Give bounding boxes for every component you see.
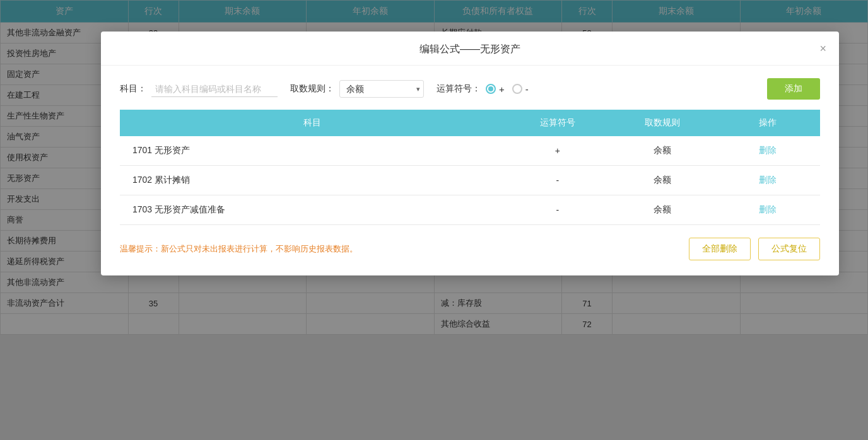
table-header-rule: 取数规则 [610,110,715,136]
form-row: 科目： 取数规则： 余额 借方发生额 贷方发生额 借方累计发生额 贷方累计发生额… [101,66,839,110]
modal-header: 编辑公式——无形资产 × [101,32,839,66]
table-header-action: 操作 [715,110,821,136]
operator-radio-group: + - [486,84,529,95]
add-button[interactable]: 添加 [767,78,820,100]
rule-label: 取数规则： [290,83,334,95]
formula-operator-cell: + [505,136,611,166]
hint-text: 温馨提示：新公式只对未出报表进行计算，不影响历史报表数据。 [120,243,358,255]
formula-table: 科目 运算符号 取数规则 操作 1701 无形资产+余额删除1702 累计摊销-… [120,110,820,225]
formula-rule-cell: 余额 [610,195,715,225]
operator-plus-radio[interactable]: + [486,84,505,95]
formula-row: 1702 累计摊销-余额删除 [120,166,820,195]
rule-select[interactable]: 余额 借方发生额 贷方发生额 借方累计发生额 贷方累计发生额 [339,80,424,98]
modal-dialog: 编辑公式——无形资产 × 科目： 取数规则： 余额 借方发生额 贷方发生额 借方… [101,32,839,275]
formula-action-cell: 删除 [715,136,821,166]
formula-rule-cell: 余额 [610,166,715,195]
table-header-operator: 运算符号 [505,110,611,136]
footer-buttons: 全部删除 公式复位 [689,238,820,260]
subject-field: 科目： [120,81,278,97]
formula-subject-cell: 1703 无形资产减值准备 [120,195,505,225]
close-button[interactable]: × [819,43,826,54]
delete-link[interactable]: 删除 [759,145,777,155]
formula-operator-cell: - [505,166,611,195]
operator-field: 运算符号： + - [437,83,529,95]
operator-minus-radio[interactable]: - [512,84,529,95]
delete-link[interactable]: 删除 [759,175,777,185]
operator-label: 运算符号： [437,83,481,95]
reset-button[interactable]: 公式复位 [758,238,820,260]
formula-row: 1703 无形资产减值准备-余额删除 [120,195,820,225]
operator-plus-label: + [499,84,505,95]
table-header-subject: 科目 [120,110,505,136]
formula-subject-cell: 1702 累计摊销 [120,166,505,195]
formula-subject-cell: 1701 无形资产 [120,136,505,166]
formula-row: 1701 无形资产+余额删除 [120,136,820,166]
subject-input[interactable] [151,81,278,97]
formula-operator-cell: - [505,195,611,225]
modal-footer: 温馨提示：新公式只对未出报表进行计算，不影响历史报表数据。 全部删除 公式复位 [101,225,839,260]
delete-all-button[interactable]: 全部删除 [689,238,751,260]
radio-plus-circle [486,84,496,94]
modal-title: 编辑公式——无形资产 [419,43,520,56]
delete-link[interactable]: 删除 [759,204,777,214]
subject-label: 科目： [120,83,146,95]
formula-action-cell: 删除 [715,166,821,195]
operator-minus-label: - [525,84,529,95]
formula-action-cell: 删除 [715,195,821,225]
radio-minus-circle [512,84,522,94]
rule-select-wrapper: 余额 借方发生额 贷方发生额 借方累计发生额 贷方累计发生额 ▾ [339,80,424,98]
formula-rule-cell: 余额 [610,136,715,166]
rule-field: 取数规则： 余额 借方发生额 贷方发生额 借方累计发生额 贷方累计发生额 ▾ [290,80,424,98]
